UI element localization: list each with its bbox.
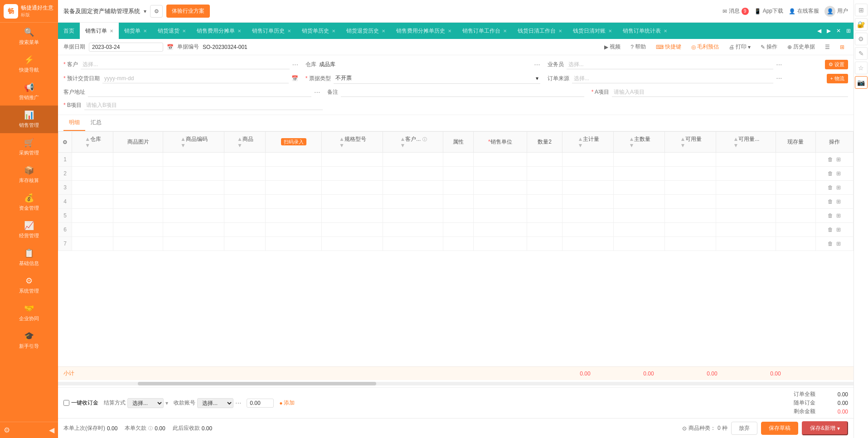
tab-close-icon[interactable]: ✕ [448, 29, 451, 34]
cell-data[interactable] [527, 181, 563, 195]
tab-invoice-history[interactable]: 销货单历史 ✕ [296, 23, 341, 39]
cell-data[interactable] [443, 223, 474, 237]
tab-return-history[interactable]: 销货退货历史 ✕ [341, 23, 391, 39]
cell-data[interactable] [527, 209, 563, 223]
delivery-input[interactable] [102, 74, 289, 83]
cell-data[interactable] [443, 237, 474, 251]
cell-data[interactable] [776, 237, 815, 251]
cell-data[interactable] [322, 153, 383, 167]
tab-next-btn[interactable]: ▶ [824, 23, 834, 39]
copy-icon[interactable]: ⊞ [835, 183, 842, 192]
cell-data[interactable] [163, 209, 224, 223]
cell-data[interactable] [614, 153, 665, 167]
tab-order-workbench[interactable]: 销售订单工作台 ✕ [457, 23, 512, 39]
cell-data[interactable] [72, 209, 113, 223]
cell-data[interactable] [473, 237, 527, 251]
tab-close-icon[interactable]: ✕ [664, 29, 667, 34]
cell-data[interactable] [563, 237, 614, 251]
tab-summary[interactable]: 汇总 [85, 115, 107, 131]
copy-icon[interactable]: ⊞ [835, 226, 842, 234]
tab-home[interactable]: 首页 [58, 23, 80, 39]
copy-icon[interactable]: ⊞ [835, 240, 842, 248]
delete-icon[interactable]: 🗑 [827, 183, 834, 192]
col-customer-code[interactable]: ▲▼客户... ⓘ [383, 132, 443, 153]
b-project-input[interactable] [84, 101, 323, 110]
col-spec[interactable]: ▲▼规格型号 [322, 132, 383, 153]
cell-data[interactable] [443, 153, 474, 167]
cell-data[interactable] [224, 223, 265, 237]
col-warehouse[interactable]: ▲▼仓库 [72, 132, 113, 153]
cell-data[interactable] [665, 153, 716, 167]
cell-data[interactable] [322, 223, 383, 237]
cell-data[interactable] [563, 167, 614, 181]
profit-btn[interactable]: ◎ 毛利预估 [688, 42, 723, 52]
sidebar-item-search[interactable]: 🔍 搜索菜单 [0, 23, 58, 50]
cell-data[interactable] [665, 223, 716, 237]
settings-btn[interactable]: ⚙ 设置 [825, 60, 848, 69]
user-avatar[interactable]: 👤 用户 [824, 6, 848, 17]
col-scan[interactable]: 扫码录入 [266, 132, 322, 153]
cell-data[interactable] [383, 195, 443, 209]
add-goods-btn[interactable]: + 物流 [827, 74, 848, 83]
cell-data[interactable] [614, 195, 665, 209]
message-btn[interactable]: ✉ 消息 9 [723, 7, 749, 15]
cell-data[interactable] [113, 223, 163, 237]
cell-data[interactable] [224, 181, 265, 195]
cell-data[interactable] [383, 167, 443, 181]
cell-data[interactable] [716, 195, 776, 209]
cell-data[interactable] [473, 195, 527, 209]
sidebar-item-sales[interactable]: 📊 销售管理 [0, 106, 58, 133]
sidebar-item-marketing[interactable]: 📢 营销推广 [0, 78, 58, 106]
cell-data[interactable] [665, 237, 716, 251]
cell-data[interactable] [527, 237, 563, 251]
tab-close-icon[interactable]: ✕ [238, 29, 241, 34]
tab-prev-btn[interactable]: ◀ [815, 23, 824, 39]
cell-data[interactable] [473, 223, 527, 237]
cell-data[interactable] [322, 181, 383, 195]
tab-daily-reconcile[interactable]: 钱货日清对账 ✕ [567, 23, 617, 39]
cell-data[interactable] [563, 153, 614, 167]
a-project-input[interactable] [612, 87, 848, 97]
cell-data[interactable] [163, 153, 224, 167]
copy-icon[interactable]: ⊞ [835, 212, 842, 220]
tab-expand-btn[interactable]: ⊞ [844, 23, 853, 39]
cell-data[interactable] [527, 167, 563, 181]
amount-input[interactable] [247, 399, 274, 408]
tab-close-icon[interactable]: ✕ [182, 29, 186, 34]
cell-data[interactable] [716, 181, 776, 195]
sidebar-item-basic-info[interactable]: 📋 基础信息 [0, 244, 58, 271]
copy-icon[interactable]: ⊞ [835, 169, 842, 178]
cell-data[interactable] [716, 167, 776, 181]
staff-more-btn[interactable]: ··· [776, 61, 782, 68]
method-dropdown[interactable]: ▾ [165, 400, 168, 406]
delete-icon[interactable]: 🗑 [827, 212, 834, 220]
cell-data[interactable] [163, 167, 224, 181]
sidebar-item-guide[interactable]: 🎓 新手引导 [0, 327, 58, 354]
cell-data[interactable] [776, 181, 815, 195]
online-service-btn[interactable]: 👤 在线客服 [789, 7, 819, 15]
history-btn[interactable]: ⊕ 历史单据 [784, 42, 819, 52]
cell-data[interactable] [563, 209, 614, 223]
cell-data[interactable] [614, 181, 665, 195]
deposit-checkbox[interactable] [63, 400, 69, 406]
tab-close-icon[interactable]: ✕ [382, 29, 385, 34]
view-btn[interactable]: ▶ 视频 [601, 42, 624, 52]
date-input[interactable] [89, 43, 163, 52]
cell-data[interactable] [473, 153, 527, 167]
calendar-icon2[interactable]: 📅 [291, 75, 298, 82]
cell-data[interactable] [443, 209, 474, 223]
col-available2[interactable]: ▲▼可用量... [716, 132, 776, 153]
cell-data[interactable] [266, 195, 322, 209]
add-payment-btn[interactable]: ● 添加 [279, 399, 294, 407]
system-dropdown[interactable]: ▾ [144, 8, 146, 14]
delete-icon[interactable]: 🗑 [827, 240, 834, 248]
delete-icon[interactable]: 🗑 [827, 169, 834, 178]
sidebar-item-operations[interactable]: 📈 经营管理 [0, 216, 58, 244]
tab-close-icon[interactable]: ✕ [110, 29, 113, 34]
cell-data[interactable] [614, 223, 665, 237]
tab-sales-expense[interactable]: 销售费用分摊单 ✕ [191, 23, 247, 39]
cell-data[interactable] [72, 167, 113, 181]
col-settings[interactable]: ⚙ [58, 132, 72, 153]
source-more-btn[interactable]: ··· [776, 75, 782, 82]
tab-daily-workbench[interactable]: 钱货日清工作台 ✕ [512, 23, 567, 39]
